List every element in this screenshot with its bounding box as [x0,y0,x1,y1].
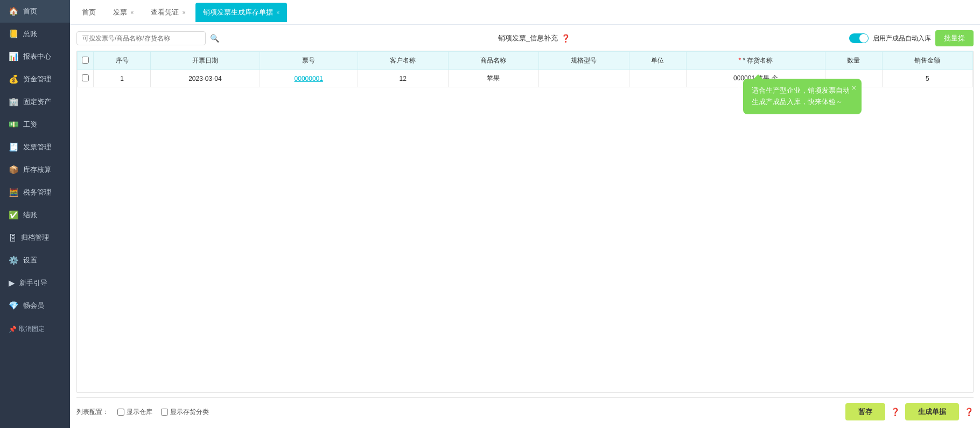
sidebar-item-label: 报表中心 [23,52,51,61]
th-goods-name: 商品名称 [448,52,538,70]
row-goods-name: 苹果 [448,70,538,87]
sidebar-item-reports[interactable]: 📊 报表中心 [0,45,70,68]
bottom-bar: 列表配置： 显示仓库 显示存货分类 暂存 ❓ 生成单据 ❓ [76,397,974,423]
tab-generate-inventory-close[interactable]: × [276,9,279,16]
sidebar-item-label: 固定资产 [23,97,51,107]
show-warehouse-checkbox-label[interactable]: 显示仓库 [117,408,152,417]
ledger-icon: 📒 [9,29,19,39]
tab-generate-inventory[interactable]: 销项发票生成库存单据 × [195,3,287,22]
search-input[interactable] [76,31,206,45]
tab-invoice[interactable]: 发票 × [106,3,141,22]
pin-icon: 📌 [9,326,17,333]
tab-generate-inventory-label: 销项发票生成库存单据 [203,8,273,17]
th-index: 序号 [94,52,151,70]
sidebar-item-finance[interactable]: 💰 资金管理 [0,68,70,91]
show-warehouse-checkbox[interactable] [117,409,124,416]
generate-button[interactable]: 生成单据 [905,403,959,420]
toolbar-right: 启用产成品自动入库 批量操 [849,30,974,46]
tax-icon: 🧮 [9,188,19,197]
row-amount: 5 [882,70,972,87]
invoice-icon: 🧾 [9,142,19,152]
save-button[interactable]: 暂存 [845,403,885,420]
toolbar-center: 销项发票_信息补充 ❓ [498,33,570,43]
sidebar-item-settings[interactable]: ⚙️ 设置 [0,249,70,272]
sidebar-item-guide[interactable]: ▶ 新手引导 [0,272,70,294]
row-checkbox[interactable] [82,74,89,81]
row-ticket-no[interactable]: 00000001 [260,70,358,87]
show-category-label: 显示存货分类 [170,408,209,417]
sidebar-item-inventory[interactable]: 📦 库存核算 [0,158,70,181]
sidebar-item-close[interactable]: ✅ 结账 [0,204,70,226]
save-help-icon[interactable]: ❓ [891,408,900,416]
settings-icon: ⚙️ [9,256,19,265]
assets-icon: 🏢 [9,97,19,107]
sidebar-item-label: 总账 [23,29,37,39]
salary-icon: 💵 [9,120,19,129]
th-date: 开票日期 [151,52,260,70]
info-help-icon[interactable]: ❓ [561,34,570,43]
tab-bar: 首页 发票 × 查看凭证 × 销项发票生成库存单据 × [70,0,980,25]
row-index: 1 [94,70,151,87]
auto-warehouse-toggle[interactable] [849,33,869,43]
sidebar-item-home[interactable]: 🏠 首页 [0,0,70,23]
tooltip-text: 适合生产型企业，销项发票自动生成产成品入库，快来体验～ [752,86,850,106]
batch-button[interactable]: 批量操 [935,30,974,46]
row-spec [538,70,629,87]
th-inventory-name: * * 存货名称 [686,52,825,70]
toggle-label: 启用产成品自动入库 [873,34,931,43]
th-customer: 客户名称 [358,52,448,70]
tab-voucher-close[interactable]: × [182,9,185,16]
archive-icon: 🗄 [9,233,17,243]
bottom-left: 列表配置： 显示仓库 显示存货分类 [76,408,209,417]
tab-voucher[interactable]: 查看凭证 × [143,3,193,22]
row-customer: 12 [358,70,448,87]
close-accounts-icon: ✅ [9,210,19,220]
th-ticket-no: 票号 [260,52,358,70]
sidebar-item-label: 新手引导 [19,278,47,288]
show-category-checkbox-label[interactable]: 显示存货分类 [161,408,209,417]
reports-icon: 📊 [9,52,19,61]
sidebar-item-tax[interactable]: 🧮 税务管理 [0,181,70,204]
tab-invoice-label: 发票 [113,8,127,17]
table-header-row: 序号 开票日期 票号 客户名称 商品名称 规格型号 单位 * * 存货名称 数量… [78,52,973,70]
sidebar-item-label: 库存核算 [23,165,51,175]
tab-home[interactable]: 首页 [74,3,103,22]
search-icon[interactable]: 🔍 [210,34,219,43]
info-label: 销项发票_信息补充 [498,33,558,43]
sidebar-item-member[interactable]: 💎 畅会员 [0,294,70,317]
finance-icon: 💰 [9,74,19,84]
sidebar-item-label: 首页 [23,6,37,16]
tab-voucher-label: 查看凭证 [151,8,179,17]
toggle-knob [859,34,868,43]
select-all-checkbox[interactable] [82,57,89,64]
sidebar-item-invoice[interactable]: 🧾 发票管理 [0,136,70,158]
generate-help-icon[interactable]: ❓ [964,408,974,416]
tab-invoice-close[interactable]: × [130,9,134,16]
member-icon: 💎 [9,301,19,310]
th-amount: 销售金额 [882,52,972,70]
tooltip-close-button[interactable]: × [852,82,856,94]
sidebar-item-ledger[interactable]: 📒 总账 [0,23,70,45]
unpin-button[interactable]: 📌 取消固定 [0,319,70,339]
tab-home-label: 首页 [82,8,96,17]
guide-icon: ▶ [9,278,15,288]
show-category-checkbox[interactable] [161,409,168,416]
home-icon: 🏠 [9,6,19,16]
sidebar-item-archive[interactable]: 🗄 归档管理 [0,226,70,249]
sidebar-item-assets[interactable]: 🏢 固定资产 [0,91,70,113]
sidebar-item-label: 税务管理 [23,188,51,197]
tooltip-indicator: I [738,78,740,93]
inventory-icon: 📦 [9,165,19,175]
sidebar-item-label: 资金管理 [23,74,51,84]
toolbar-left: 🔍 [76,31,219,45]
tooltip-popup: I × 适合生产型企业，销项发票自动生成产成品入库，快来体验～ [743,79,862,114]
row-date: 2023-03-04 [151,70,260,87]
th-quantity: 数量 [825,52,882,70]
sidebar-item-label: 设置 [23,256,37,265]
th-checkbox [78,52,94,70]
page-content: 🔍 销项发票_信息补充 ❓ 启用产成品自动入库 批量操 [70,25,980,428]
bottom-right: 暂存 ❓ 生成单据 ❓ [845,403,974,420]
sidebar-item-label: 结账 [23,210,37,220]
sidebar-item-salary[interactable]: 💵 工资 [0,113,70,136]
sidebar-item-label: 归档管理 [21,233,49,243]
